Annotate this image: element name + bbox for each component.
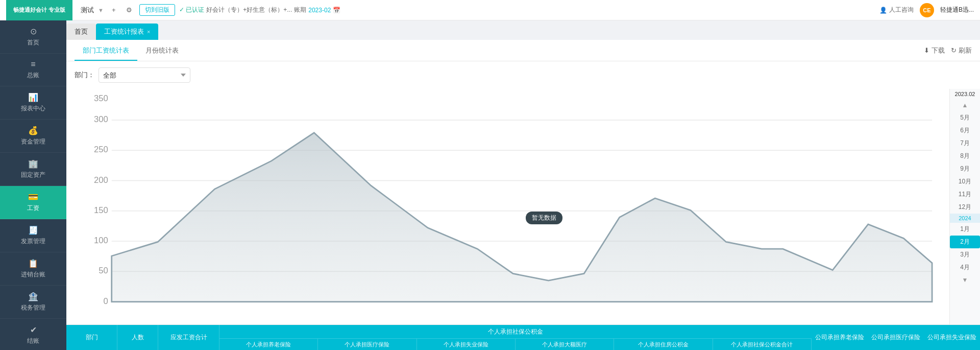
calendar-icon[interactable]: 📅 [333, 7, 340, 14]
sidebar-item-assets[interactable]: 🏢 固定资产 [0, 153, 66, 186]
app-logo: 畅捷通好会计 专业版 [6, 0, 72, 20]
sub-tab-actions: ⬇ 下载 ↻ 刷新 [924, 46, 972, 55]
workspace-name: 测试 [81, 6, 94, 15]
year-up-button[interactable]: ▲ [960, 100, 970, 110]
sidebar-label-funds: 资金管理 [21, 137, 45, 146]
year-down-button[interactable]: ▼ [960, 275, 970, 285]
month-item-2024-2[interactable]: 2月 [950, 236, 980, 248]
month-item-11[interactable]: 11月 [950, 188, 980, 201]
user-avatar: CE [920, 3, 934, 17]
reports-icon: 📊 [28, 92, 38, 102]
sidebar-label-invoices: 发票管理 [21, 237, 45, 246]
sidebar-item-sales[interactable]: 📋 进销台账 [0, 252, 66, 286]
col-group-sub-cols: 个人承担养老保险 个人承担医疗保险 个人承担失业保险 个人承担大额医疗 个人承担… [219, 339, 812, 350]
payroll-chart: 0 50 100 150 200 250 300 350 [87, 94, 939, 319]
sub-col-housing-fund: 个人承担住房公积金 [614, 339, 713, 350]
department-filter-select[interactable]: 全部 销售部 财务部 行政部 技术部 [99, 67, 190, 83]
month-item-7[interactable]: 7月 [950, 137, 980, 150]
sub-tab-dept[interactable]: 部门工资统计表 [75, 41, 137, 60]
tab-close-icon[interactable]: × [147, 29, 150, 35]
tab-home[interactable]: 首页 [66, 24, 96, 40]
sidebar-item-ledger[interactable]: ≡ 总账 [0, 54, 66, 86]
logo-text: 畅捷通好会计 专业版 [13, 6, 65, 13]
sidebar-label-home: 首页 [27, 38, 39, 47]
chart-section: 0 50 100 150 200 250 300 350 [66, 89, 980, 324]
right-actions: 👤 人工咨询 CE 轻捷通B迅... [879, 3, 974, 17]
download-icon: ⬇ [924, 46, 929, 54]
sub-tab-monthly-label: 月份统计表 [145, 46, 179, 54]
month-item-2024-1[interactable]: 1月 [950, 223, 980, 236]
month-item-2024-3[interactable]: 3月 [950, 248, 980, 261]
payroll-icon: 💳 [28, 192, 38, 202]
bottom-table-header: 部门 人数 应发工资合计 个人承担社保公积金 个人承担养老保险 个人承担医疗保险… [66, 324, 980, 350]
svg-text:150: 150 [94, 205, 108, 215]
period-label: 账期 [294, 6, 306, 14]
year-label: 2023.02 [950, 89, 980, 99]
ledger-icon: ≡ [31, 60, 35, 69]
other-tags: 好会计（专）+好生意（标）+... [206, 6, 292, 14]
assets-icon: 🏢 [28, 159, 38, 169]
sub-col-medical: 个人承担医疗保险 [318, 339, 416, 350]
sidebar-item-payroll[interactable]: 💳 工资 [0, 186, 66, 219]
sub-col-pension: 个人承担养老保险 [219, 339, 318, 350]
settings-icon[interactable]: ⚙ [123, 4, 135, 16]
refresh-button[interactable]: ↻ 刷新 [951, 46, 972, 55]
switch-old-version-button[interactable]: 切到旧版 [139, 4, 175, 16]
sub-col-major-medical: 个人承担大额医疗 [516, 339, 614, 350]
sidebar-item-tax[interactable]: 🏦 税务管理 [0, 286, 66, 319]
consult-label: 人工咨询 [889, 6, 914, 14]
consult-icon: 👤 [879, 7, 887, 14]
period-value: 2023-02 [308, 7, 331, 14]
svg-text:350: 350 [94, 94, 108, 103]
year-2024-badge: 2024 [950, 214, 980, 223]
month-item-10[interactable]: 10月 [950, 175, 980, 188]
invoices-icon: 🧾 [28, 225, 38, 235]
certified-tag: ✓ 已认证 [179, 6, 204, 14]
sidebar-item-reports[interactable]: 📊 报表中心 [0, 86, 66, 120]
sales-icon: 📋 [28, 259, 38, 268]
download-button[interactable]: ⬇ 下载 [924, 46, 945, 55]
tab-payroll-label: 工资统计报表 [104, 27, 144, 36]
month-item-9[interactable]: 9月 [950, 162, 980, 175]
tax-icon: 🏦 [28, 292, 38, 301]
sub-tab-monthly[interactable]: 月份统计表 [137, 41, 187, 60]
sidebar-item-funds[interactable]: 💰 资金管理 [0, 120, 66, 153]
sidebar-label-sales: 进销台账 [21, 270, 45, 279]
workspace-arrow-icon[interactable]: ▼ [98, 7, 104, 13]
month-item-12[interactable]: 12月 [950, 201, 980, 214]
refresh-label: 刷新 [959, 46, 972, 55]
sidebar-item-invoices[interactable]: 🧾 发票管理 [0, 219, 66, 252]
sub-col-unemployment: 个人承担失业保险 [417, 339, 516, 350]
svg-text:300: 300 [94, 114, 108, 124]
month-item-8[interactable]: 8月 [950, 150, 980, 162]
svg-text:0: 0 [103, 296, 108, 306]
sidebar-item-home[interactable]: ⊙ 首页 [0, 20, 66, 54]
home-icon: ⊙ [30, 27, 37, 36]
tab-payroll-report[interactable]: 工资统计报表 × [96, 24, 158, 40]
tab-bar: 首页 工资统计报表 × [66, 20, 980, 40]
col-total-salary: 应发工资合计 [158, 325, 219, 350]
download-label: 下载 [932, 46, 945, 55]
main-layout: ⊙ 首页 ≡ 总账 📊 报表中心 💰 资金管理 🏢 固定资产 💳 工资 🧾 发票… [0, 20, 980, 350]
page-content: 部门工资统计表 月份统计表 ⬇ 下载 ↻ 刷新 [66, 40, 980, 350]
col-group-personal-insurance: 个人承担社保公积金 个人承担养老保险 个人承担医疗保险 个人承担失业保险 个人承… [219, 325, 812, 350]
sidebar-item-checkout[interactable]: ✔ 结账 [0, 319, 66, 350]
svg-text:200: 200 [94, 175, 108, 185]
content-area: 首页 工资统计报表 × 部门工资统计表 月份统计表 ⬇ 下载 [66, 20, 980, 350]
sub-col-total-insurance: 个人承担社保公积金合计 [713, 339, 812, 350]
header-action-buttons: + ⚙ [108, 4, 135, 16]
top-header: 畅捷通好会计 专业版 测试 ▼ + ⚙ 切到旧版 ✓ 已认证 好会计（专）+好生… [0, 0, 980, 20]
year-sidebar: 2023.02 ▲ 5月 6月 7月 8月 9月 10月 11月 12月 202… [949, 89, 980, 324]
sidebar-label-tax: 税务管理 [21, 304, 45, 312]
col-group-header: 个人承担社保公积金 [219, 325, 812, 339]
month-item-2024-4[interactable]: 4月 [950, 261, 980, 274]
col-dept: 部门 [66, 325, 117, 350]
consult-button[interactable]: 👤 人工咨询 [879, 6, 914, 14]
sidebar-label-payroll: 工资 [27, 204, 39, 213]
username-label: 轻捷通B迅... [940, 6, 974, 14]
add-icon[interactable]: + [108, 4, 120, 16]
refresh-icon: ↻ [951, 46, 957, 54]
col-company-pension: 公司承担养老保险 [812, 325, 868, 350]
month-item-5[interactable]: 5月 [950, 111, 980, 124]
month-item-6[interactable]: 6月 [950, 124, 980, 137]
